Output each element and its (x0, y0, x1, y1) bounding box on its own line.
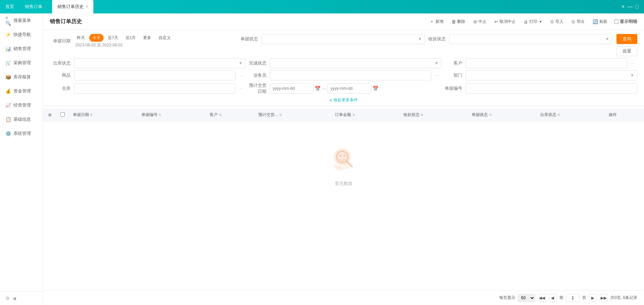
prev-page-button[interactable]: ◀ (549, 294, 557, 302)
sidebar-settings-icon[interactable]: ⚙ (5, 296, 10, 301)
pay-status-arrow: ▼ (605, 37, 609, 41)
filter-pay-status-label: 收款状态 (425, 36, 449, 42)
gear-icon[interactable]: ⚙ (48, 113, 52, 117)
top-bar-minimize-icon[interactable]: — (627, 4, 633, 10)
last-page-button[interactable]: ▶▶ (600, 294, 608, 302)
filter-action-btns: 查询 设置 (612, 34, 637, 56)
new-btn-label: 新增 (435, 19, 443, 25)
salesperson-ellipsis[interactable]: ··· (433, 72, 441, 79)
th-out-status[interactable]: 出库状态 ⇅ (536, 109, 605, 121)
delete-button[interactable]: 🗑 删除 (448, 17, 469, 26)
date-tab-yesterday[interactable]: 昨天 (74, 34, 88, 42)
delivery-from-cal-icon[interactable]: 📅 (315, 86, 320, 91)
page-input[interactable] (566, 294, 579, 302)
th-no[interactable]: 单据编号 ⇅ (137, 109, 206, 121)
filter-customer-control: ··· (466, 58, 637, 68)
customer-ellipsis[interactable]: ··· (629, 60, 637, 67)
salesperson-input[interactable] (270, 70, 431, 80)
query-button[interactable]: 查询 (616, 34, 637, 44)
th-pay-status[interactable]: 收款状态 ⇅ (399, 109, 468, 121)
th-doc-status[interactable]: 单据状态 ⇅ (468, 109, 536, 121)
sidebar-item-basic-info-label: 基础信息 (13, 116, 31, 122)
display-toggle[interactable]: 显示明细 (614, 18, 637, 25)
sidebar-item-finance-mgmt[interactable]: 💰 资金管理 (0, 84, 43, 98)
refresh-button[interactable]: 🔄 刷新 (589, 17, 611, 26)
th-gear[interactable]: ⚙ (43, 109, 56, 121)
date-tab-1month[interactable]: 近1月 (123, 34, 139, 42)
display-toggle-checkbox[interactable] (614, 20, 618, 24)
sidebar-collapse-icon[interactable]: ◀ (12, 296, 16, 301)
date-range: 2023-06-02 至 2023-06-02 (75, 42, 123, 48)
complete-status-select[interactable]: ▼ (270, 58, 441, 68)
display-toggle-label: 显示明细 (620, 18, 637, 25)
sidebar-item-ops-mgmt[interactable]: 📈 经营管理 (0, 98, 43, 112)
out-status-select[interactable]: ▼ (74, 58, 246, 68)
sidebar-item-sys-mgmt[interactable]: ⚙️ 系统管理 (0, 126, 43, 141)
filter-pay-status: 收款状态 ▼ (425, 34, 612, 44)
tab-sales-order[interactable]: 销售订单 × (19, 0, 52, 13)
first-page-button[interactable]: ◀◀ (538, 294, 546, 302)
warehouse-input[interactable] (74, 83, 235, 93)
date-tab-7days[interactable]: 近7天 (105, 34, 121, 42)
select-all-checkbox[interactable] (60, 112, 65, 117)
th-customer[interactable]: 客户 ⇅ (206, 109, 254, 121)
new-button[interactable]: ＋ 新增 (426, 17, 447, 26)
th-date[interactable]: 单据日期 ⇅ (69, 109, 137, 121)
th-doc-status-label: 单据状态 (472, 112, 488, 117)
pay-status-select[interactable]: ▼ (449, 34, 612, 44)
doc-no-input[interactable] (466, 83, 637, 93)
product-ellipsis[interactable]: ··· (237, 72, 246, 79)
sidebar-item-basic-info[interactable]: 📋 基础信息 (0, 112, 43, 126)
th-no-sort-icon: ⇅ (159, 113, 161, 117)
page-unit-label: 页 (582, 295, 586, 301)
sidebar-item-ops-mgmt-label: 经营管理 (13, 102, 31, 108)
print-button[interactable]: 🖨 打印 ▼ (520, 17, 546, 26)
collapse-arrow-icon: ∧ (329, 98, 332, 103)
import-button[interactable]: ⊙ 导入 (547, 17, 567, 26)
search-menu-icon: ≡🔍 (5, 18, 11, 23)
date-tab-more[interactable]: 更多 (140, 34, 154, 42)
department-select[interactable]: ▼ (466, 70, 637, 80)
tab-sales-order-history[interactable]: 销售订单历史 × (52, 0, 93, 13)
th-amount[interactable]: 订单金额 ⇅ (331, 109, 399, 121)
tab-sales-order-close[interactable]: × (44, 4, 47, 9)
warehouse-ellipsis[interactable]: ··· (237, 85, 246, 92)
next-page-button[interactable]: ▶ (589, 294, 597, 302)
delivery-to-input[interactable] (328, 83, 371, 93)
delivery-date-separator: — (322, 86, 326, 91)
tab-home[interactable]: 首页 (0, 0, 19, 13)
cancel-stop-button[interactable]: ↩ 取消中止 (491, 17, 519, 26)
data-table: ⚙ 单据日期 ⇅ 单据编号 ⇅ (43, 109, 644, 121)
import-icon: ⊙ (550, 19, 554, 24)
sys-mgmt-icon: ⚙️ (5, 131, 11, 136)
date-tab-custom[interactable]: 自定义 (156, 34, 174, 42)
stop-button[interactable]: ⊘ 中止 (470, 17, 490, 26)
total-label: 共0页, 0条记录 (610, 295, 637, 301)
customer-input[interactable] (466, 58, 627, 68)
delivery-to-cal-icon[interactable]: 📅 (373, 86, 378, 91)
cancel-stop-icon: ↩ (495, 19, 498, 24)
th-amount-label: 订单金额 (335, 112, 351, 117)
sidebar-item-purchase-mgmt[interactable]: 🛒 采购管理 (0, 56, 43, 70)
filter-date-control: 昨天 今天 近7天 近1月 更多 自定义 2023-06-02 至 2023-0… (74, 34, 237, 48)
sidebar-item-sales-mgmt[interactable]: 📊 销售管理 (0, 42, 43, 56)
sidebar-item-quick-nav-label: 快捷导航 (13, 32, 31, 38)
tab-sales-order-history-close[interactable]: × (86, 4, 88, 9)
doc-status-select[interactable]: ▼ (261, 34, 425, 44)
page-size-select[interactable]: 10 20 50 100 (518, 294, 535, 302)
sidebar-item-quick-nav[interactable]: ⚡ 快捷导航 (0, 28, 43, 42)
sidebar-item-search-menu[interactable]: ≡🔍 搜索菜单 (0, 13, 43, 28)
product-input[interactable] (74, 70, 235, 80)
top-bar-maximize-icon[interactable]: □ (635, 4, 639, 10)
print-arrow: ▼ (539, 20, 542, 24)
collapse-button[interactable]: ∧ 收起更多条件 (43, 97, 644, 103)
sidebar-item-sys-mgmt-label: 系统管理 (13, 130, 31, 137)
delivery-from-input[interactable] (270, 83, 313, 93)
th-delivery[interactable]: 预计交货... ⇅ (254, 109, 331, 121)
sidebar-item-inventory-calc[interactable]: 📦 库存核算 (0, 70, 43, 84)
th-check[interactable] (56, 109, 69, 121)
top-bar-close-icon[interactable]: × (621, 4, 625, 10)
settings-button[interactable]: 设置 (616, 46, 637, 56)
export-button[interactable]: ⊙ 导出 (568, 17, 588, 26)
date-tab-today[interactable]: 今天 (89, 34, 103, 42)
